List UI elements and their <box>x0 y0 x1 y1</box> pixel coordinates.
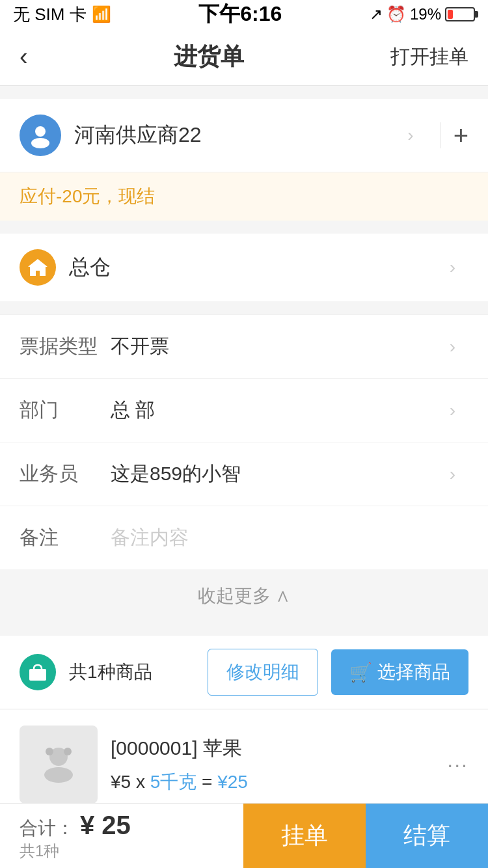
remark-label: 备注 <box>20 524 111 551</box>
notice-banner: 应付-20元，现结 <box>0 172 488 221</box>
battery-fill <box>448 10 453 19</box>
warehouse-icon <box>20 249 56 286</box>
total-row: 合计： ¥ 25 <box>20 811 224 841</box>
total-section: 合计： ¥ 25 共1种 <box>0 811 243 861</box>
nav-bar: ‹ 进货单 打开挂单 <box>0 29 488 86</box>
warehouse-name: 总仓 <box>69 253 450 282</box>
dept-row[interactable]: 部门 总 部 › <box>0 378 488 442</box>
product-code: [0000001] <box>111 737 197 759</box>
add-button[interactable]: + <box>454 122 468 148</box>
invoice-value: 不开票 <box>111 333 450 360</box>
gap-4 <box>0 623 488 636</box>
wifi-icon: 📶 <box>92 5 111 23</box>
salesman-chevron-icon: › <box>450 464 455 485</box>
supplier-avatar <box>20 115 61 156</box>
svg-point-0 <box>35 126 46 137</box>
svg-point-6 <box>64 748 72 755</box>
open-hang-button[interactable]: 打开挂单 <box>390 44 468 70</box>
supplier-row[interactable]: 河南供应商22 › + <box>0 99 488 172</box>
person-icon <box>27 122 53 148</box>
product-info: [0000001] 苹果 ¥5 x 5千克 = ¥25 <box>111 735 434 794</box>
battery-icon <box>445 7 475 21</box>
price-value: ¥5 <box>111 772 131 792</box>
status-bar: 无 SIM 卡 📶 下午6:16 ↗ ⏰ 19% <box>0 0 488 29</box>
form-section: 票据类型 不开票 › 部门 总 部 › 业务员 这是859的小智 › 备注 备注… <box>0 314 488 569</box>
supplier-name: 河南供应商22 <box>74 121 407 150</box>
product-count-icon <box>20 654 56 690</box>
svg-point-5 <box>46 748 53 755</box>
price-x: x <box>136 772 150 792</box>
dept-chevron-icon: › <box>450 400 455 421</box>
status-time: 下午6:16 <box>198 0 282 29</box>
total-label: 合计： <box>20 818 74 838</box>
product-name: [0000001] 苹果 <box>111 735 434 762</box>
back-button[interactable]: ‹ <box>20 43 28 71</box>
battery-pct: 19% <box>410 5 441 23</box>
svg-point-4 <box>44 767 73 783</box>
home-icon <box>27 256 49 278</box>
supplier-chevron-icon: › <box>407 125 413 146</box>
remark-row[interactable]: 备注 备注内容 <box>0 506 488 569</box>
divider <box>440 122 441 148</box>
product-thumbnail <box>20 726 98 804</box>
bottom-bar: 合计： ¥ 25 共1种 挂单 结算 <box>0 803 488 868</box>
status-right: ↗ ⏰ 19% <box>370 5 475 23</box>
carrier-text: 无 SIM 卡 <box>13 3 87 26</box>
location-icon: ↗ <box>370 5 383 23</box>
qty-value: 5千克 <box>150 772 197 792</box>
dept-label: 部门 <box>20 397 111 424</box>
select-product-icon: 🛒 <box>349 662 372 683</box>
salesman-row[interactable]: 业务员 这是859的小智 › <box>0 442 488 506</box>
invoice-chevron-icon: › <box>450 336 455 357</box>
svg-rect-2 <box>29 669 46 681</box>
collapse-row[interactable]: 收起更多 ∧ <box>0 569 488 623</box>
salesman-value: 这是859的小智 <box>111 461 450 487</box>
select-product-label: 选择商品 <box>377 660 450 685</box>
edit-detail-button[interactable]: 修改明细 <box>208 649 318 696</box>
product-title: 苹果 <box>203 737 242 759</box>
warehouse-row[interactable]: 总仓 › <box>0 234 488 301</box>
product-price: ¥5 x 5千克 = ¥25 <box>111 770 434 794</box>
supplier-section: 河南供应商22 › + 应付-20元，现结 <box>0 99 488 221</box>
more-button[interactable]: ··· <box>447 753 468 777</box>
total-value: ¥25 <box>217 772 248 792</box>
price-eq: = <box>202 772 217 792</box>
product-header: 共1种商品 修改明细 🛒 选择商品 <box>0 636 488 709</box>
gap-3 <box>0 301 488 314</box>
salesman-label: 业务员 <box>20 461 111 487</box>
settle-button[interactable]: 结算 <box>366 804 488 869</box>
invoice-row[interactable]: 票据类型 不开票 › <box>0 314 488 378</box>
page-title: 进货单 <box>174 41 244 73</box>
svg-point-1 <box>31 138 49 148</box>
product-count-text: 共1种商品 <box>69 660 195 685</box>
alarm-icon: ⏰ <box>386 5 406 23</box>
product-logo-icon <box>33 739 85 791</box>
warehouse-section[interactable]: 总仓 › <box>0 234 488 301</box>
total-amount: ¥ 25 <box>80 811 131 839</box>
remark-input[interactable]: 备注内容 <box>111 524 468 551</box>
select-product-button[interactable]: 🛒 选择商品 <box>331 649 468 695</box>
bag-icon <box>27 661 49 683</box>
total-count: 共1种 <box>20 841 224 861</box>
warehouse-chevron-icon: › <box>450 257 455 278</box>
status-left: 无 SIM 卡 📶 <box>13 3 111 26</box>
hang-button[interactable]: 挂单 <box>243 804 366 869</box>
gap-2 <box>0 221 488 234</box>
dept-value: 总 部 <box>111 397 450 424</box>
gap-1 <box>0 86 488 99</box>
invoice-label: 票据类型 <box>20 333 111 360</box>
